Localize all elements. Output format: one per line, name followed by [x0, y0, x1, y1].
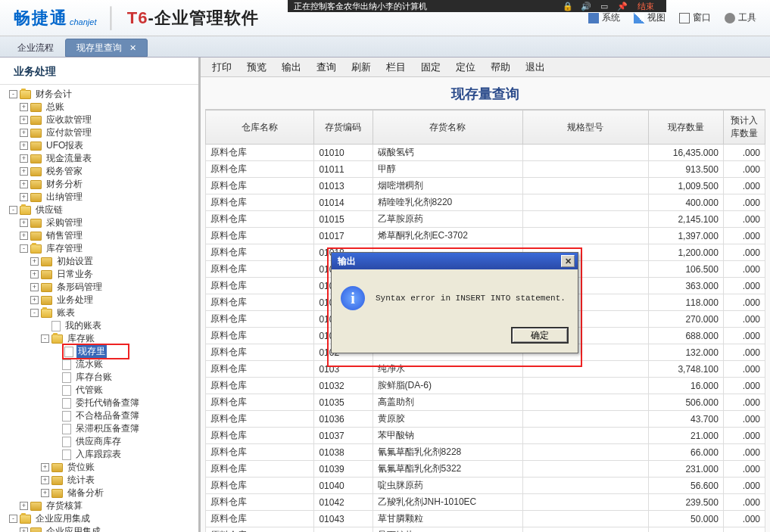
tree-node[interactable]: 现存里	[3, 345, 198, 358]
pin-icon[interactable]: 📌	[613, 2, 631, 11]
table-row[interactable]: 原料仓库01042乙羧乳化剂JNH-1010EC239.500.000	[206, 494, 765, 511]
tree-node[interactable]: 不合格品备查簿	[3, 409, 198, 422]
tree-label[interactable]: 出纳管理	[45, 191, 84, 204]
tree-node[interactable]: 入库跟踪表	[3, 448, 198, 461]
tree-label[interactable]: 企业应用集成	[34, 512, 92, 525]
table-row[interactable]: 原料仓库01015乙草胺原药2,145.100.000	[206, 211, 765, 228]
col-header[interactable]: 预计入库数量	[723, 110, 765, 145]
tab-enterprise-process[interactable]: 企业流程	[6, 39, 65, 57]
toolbar-固定[interactable]: 固定	[414, 59, 447, 76]
tree-node[interactable]: 我的账表	[3, 319, 198, 332]
tree-node[interactable]: +现金流量表	[3, 152, 198, 165]
table-row[interactable]: 原料仓库01040啶虫脒原药56.600.000	[206, 478, 765, 494]
tree-label[interactable]: 流水账	[74, 358, 104, 371]
tree-label[interactable]: 条形码管理	[55, 281, 104, 294]
toolbar-输出[interactable]: 输出	[275, 59, 308, 76]
tree-node[interactable]: +应收款管理	[3, 114, 198, 126]
tree-label[interactable]: 企业应用集成	[45, 525, 102, 532]
tree-node[interactable]: +税务管家	[3, 165, 198, 178]
tree-label[interactable]: 储备分析	[66, 487, 105, 499]
tree-label[interactable]: 呆滞积压备查簿	[74, 422, 141, 435]
tree-label[interactable]: 总账	[45, 101, 66, 114]
expand-icon[interactable]: +	[20, 103, 28, 111]
tree-label[interactable]: 货位账	[66, 461, 96, 474]
collapse-icon[interactable]: -	[41, 334, 49, 343]
tree-label[interactable]: 现存里	[76, 345, 107, 358]
tree-node[interactable]: +UFO报表	[3, 139, 198, 152]
speaker-icon[interactable]: 🔊	[577, 2, 595, 11]
tree-label[interactable]: 日常业务	[55, 268, 95, 281]
toolbar-打印[interactable]: 打印	[205, 59, 238, 76]
tree-node[interactable]: 呆滞积压备查簿	[3, 422, 198, 435]
close-icon[interactable]: ✕	[129, 43, 136, 53]
table-row[interactable]: 原料仓库01032胺鲜脂(DA-6)16.000.000	[206, 378, 765, 394]
col-header[interactable]: 现存数量	[648, 110, 723, 145]
table-row[interactable]: 原料仓库01036黄原胶43.700.000	[206, 411, 765, 428]
table-row[interactable]: 原料仓库01013烟嘧增稠剂1,009.500.000	[206, 178, 765, 194]
tree-label[interactable]: 统计表	[66, 474, 96, 487]
expand-icon[interactable]: +	[20, 154, 28, 163]
tree-node[interactable]: +储备分析	[3, 487, 198, 499]
toolbar-预览[interactable]: 预览	[240, 59, 273, 76]
toolbar-帮助[interactable]: 帮助	[484, 59, 517, 76]
nav-tree[interactable]: -财务会计+总账+应收款管理+应付款管理+UFO报表+现金流量表+税务管家+财务…	[0, 85, 198, 532]
collapse-icon[interactable]: -	[20, 244, 28, 253]
tab-stock-query[interactable]: 现存里查询✕	[65, 39, 148, 57]
end-session-button[interactable]: 结束	[631, 1, 660, 12]
col-header[interactable]: 存货名称	[373, 110, 523, 145]
toolbar-刷新[interactable]: 刷新	[344, 59, 378, 76]
tree-node[interactable]: 委托代销备查簿	[3, 397, 198, 409]
tree-node[interactable]: +日常业务	[3, 268, 198, 281]
tree-label[interactable]: 财务会计	[34, 88, 73, 101]
table-row[interactable]: 原料仓库01044异丙铵盐166.000.000	[206, 527, 765, 533]
tree-label[interactable]: 代管账	[74, 384, 104, 397]
expand-icon[interactable]: +	[20, 167, 28, 176]
col-header[interactable]: 仓库名称	[206, 110, 314, 145]
expand-icon[interactable]: +	[30, 296, 39, 304]
expand-icon[interactable]: +	[30, 270, 39, 278]
table-row[interactable]: 原料仓库01037苯甲酸钠21.000.000	[206, 428, 765, 444]
expand-icon[interactable]: +	[20, 502, 28, 510]
expand-icon[interactable]: +	[20, 116, 28, 124]
tree-label[interactable]: 应付款管理	[45, 126, 93, 139]
tree-label[interactable]: 委托代销备查簿	[74, 397, 141, 409]
menu-tools[interactable]: 工具	[719, 8, 762, 27]
table-row[interactable]: 原料仓库01017烯草酮乳化剂EC-37021,397.000.000	[206, 228, 765, 244]
lock-icon[interactable]: 🔒	[559, 2, 577, 11]
tree-node[interactable]: -账表	[3, 306, 198, 319]
tree-node[interactable]: +企业应用集成	[3, 525, 198, 532]
window-icon[interactable]: ▭	[595, 2, 613, 11]
col-header[interactable]: 存货编码	[314, 110, 373, 145]
tree-node[interactable]: +存货核算	[3, 499, 198, 512]
tree-node[interactable]: -企业应用集成	[3, 512, 198, 525]
tree-label[interactable]: 供应商库存	[74, 435, 123, 448]
tree-node[interactable]: 供应商库存	[3, 435, 198, 448]
tree-label[interactable]: 账表	[55, 306, 76, 319]
toolbar-查询[interactable]: 查询	[310, 59, 343, 76]
col-header[interactable]: 规格型号	[523, 110, 648, 145]
tree-node[interactable]: 代管账	[3, 384, 198, 397]
tree-node[interactable]: +总账	[3, 101, 198, 114]
expand-icon[interactable]: +	[30, 257, 39, 266]
tree-node[interactable]: -库存管理	[3, 242, 198, 255]
toolbar-栏目[interactable]: 栏目	[379, 59, 413, 76]
collapse-icon[interactable]: -	[9, 515, 17, 523]
tree-node[interactable]: +业务处理	[3, 294, 198, 306]
expand-icon[interactable]: +	[41, 489, 49, 497]
expand-icon[interactable]: +	[20, 527, 28, 532]
expand-icon[interactable]: +	[30, 283, 39, 291]
tree-node[interactable]: +初始设置	[3, 255, 198, 268]
expand-icon[interactable]: +	[41, 463, 49, 471]
tree-node[interactable]: -财务会计	[3, 88, 198, 101]
dialog-titlebar[interactable]: 输出 ✕	[332, 253, 578, 269]
tree-node[interactable]: +财务分析	[3, 178, 198, 191]
table-row[interactable]: 原料仓库0103纯净水3,748.100.000	[206, 361, 765, 378]
table-row[interactable]: 原料仓库01039氰氟草酯乳化剂5322231.000.000	[206, 461, 765, 478]
table-row[interactable]: 原料仓库01010碳酸氢钙16,435.000.000	[206, 145, 765, 161]
tree-label[interactable]: 存货核算	[45, 499, 84, 512]
tree-label[interactable]: 现金流量表	[45, 152, 93, 165]
tree-label[interactable]: 税务管家	[45, 165, 84, 178]
menu-window[interactable]: 窗口	[673, 8, 717, 27]
expand-icon[interactable]: +	[20, 142, 28, 150]
expand-icon[interactable]: +	[20, 219, 28, 227]
